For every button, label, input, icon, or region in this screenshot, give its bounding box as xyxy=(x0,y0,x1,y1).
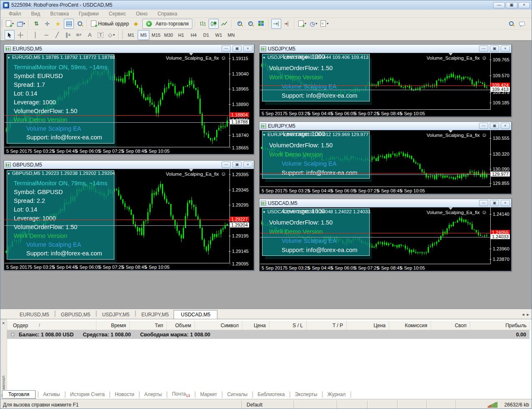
window-minimize-button[interactable]: — xyxy=(493,2,505,8)
column-header-6[interactable]: S / L xyxy=(270,321,307,330)
terminal-tab-3[interactable]: Новости xyxy=(111,391,138,397)
window-close-button[interactable]: × xyxy=(518,2,530,8)
chart-tab-usdcad[interactable]: USDCAD,M5 xyxy=(174,310,217,319)
smiley-icon[interactable]: ☺ xyxy=(482,132,487,138)
timeframe-mn[interactable]: MN xyxy=(225,30,237,40)
line-chart-button[interactable] xyxy=(219,19,229,29)
terminal-tab-10[interactable]: Журнал xyxy=(323,391,350,397)
collapse-arrow-icon[interactable]: ▼ xyxy=(262,56,266,60)
auto-scroll-button[interactable] xyxy=(271,19,281,29)
price-scale[interactable]: 1.191151.190401.189651.188901.188151.187… xyxy=(229,53,254,154)
column-header-10[interactable]: Своп xyxy=(431,321,470,330)
menu-item-2[interactable]: Вставка xyxy=(45,11,74,17)
trendline-tool[interactable]: ╱ xyxy=(52,30,62,40)
tile-windows-button[interactable] xyxy=(256,19,266,29)
horizontal-line-tool[interactable]: ─ xyxy=(41,30,51,40)
channel-tool[interactable]: ∥E xyxy=(63,30,73,40)
terminal-tab-4[interactable]: Алерты xyxy=(140,391,166,397)
price-scale[interactable]: 1.241401.239601.238701.240551.24033 xyxy=(490,207,511,271)
column-header-order[interactable]: Ордер/ xyxy=(7,321,96,330)
chart-close-button[interactable]: × xyxy=(243,162,252,168)
timeframe-h4[interactable]: H4 xyxy=(188,30,199,40)
smiley-icon[interactable]: ☺ xyxy=(482,209,487,215)
chart-window-titlebar[interactable]: USDJPY,M5—▣× xyxy=(260,45,511,53)
chart-tab-gbpusd[interactable]: GBPUSD,M5 xyxy=(56,311,96,319)
terminal-tab-1[interactable]: Активы xyxy=(39,391,64,397)
navigator-button[interactable]: ★ xyxy=(53,19,63,29)
smiley-icon[interactable]: ☺ xyxy=(482,55,487,61)
collapse-arrow-icon[interactable]: ▼ xyxy=(7,172,10,176)
templates-button[interactable]: ≈▾ xyxy=(319,19,330,29)
chart-restore-button[interactable]: ▣ xyxy=(490,45,499,52)
fibonacci-tool[interactable]: ≡F xyxy=(74,30,84,40)
terminal-tab-6[interactable]: Маркет xyxy=(196,391,222,397)
new-order-button[interactable]: + Новый ордер xyxy=(90,19,130,29)
text-tool[interactable]: A xyxy=(85,30,95,40)
label-tool[interactable]: T xyxy=(96,30,106,40)
column-header-4[interactable]: Символ xyxy=(195,321,242,330)
chart-window-titlebar[interactable]: USDCAD,M5—▣× xyxy=(260,199,511,207)
terminal-close-icon[interactable]: × xyxy=(2,321,5,326)
chart-area[interactable]: 109.765109.570109.375109.185109.424109.4… xyxy=(260,53,511,116)
status-profile[interactable]: Default xyxy=(247,402,262,408)
chart-area[interactable]: 130.555130.320130.090129.855129.9775 Sep… xyxy=(260,130,511,194)
window-restore-button[interactable]: ▣ xyxy=(506,2,517,8)
terminal-tab-trade[interactable]: Торговля xyxy=(2,390,35,399)
chart-restore-button[interactable]: ▣ xyxy=(232,162,242,168)
timeframe-m1[interactable]: M1 xyxy=(125,30,137,40)
candle-chart-button[interactable] xyxy=(209,19,219,29)
menu-item-5[interactable]: Окно xyxy=(131,11,153,17)
column-header-9[interactable]: Комиссия xyxy=(389,321,431,330)
column-header-3[interactable]: Объем xyxy=(167,321,195,330)
chart-tab-usdjpy[interactable]: USDJPY,M5 xyxy=(97,311,135,319)
menu-item-6[interactable]: Справка xyxy=(153,11,182,17)
auto-trading-button[interactable]: Авто-торговля xyxy=(142,19,192,29)
menu-item-4[interactable]: Сервис xyxy=(104,11,131,17)
new-chart-button[interactable]: +▾ xyxy=(5,19,15,29)
terminal-tab-5[interactable]: Почта13 xyxy=(168,391,194,398)
chart-restore-button[interactable]: ▣ xyxy=(490,200,499,206)
tab-scroll-left-button[interactable]: ◂ xyxy=(522,312,524,317)
smiley-icon[interactable]: ☺ xyxy=(221,55,226,61)
chart-close-button[interactable]: × xyxy=(501,200,510,206)
chart-close-button[interactable]: × xyxy=(501,45,510,52)
search-button[interactable] xyxy=(506,19,516,29)
timeframe-d1[interactable]: D1 xyxy=(200,30,212,40)
collapse-arrow-icon[interactable]: ▼ xyxy=(262,210,266,214)
chart-window-titlebar[interactable]: GBPUSD,M5—▣× xyxy=(4,161,254,169)
tab-scroll-right-button[interactable]: ▸ xyxy=(527,312,529,317)
timeframe-m30[interactable]: M30 xyxy=(163,30,174,40)
profiles-button[interactable]: ▾ xyxy=(16,19,26,29)
price-scale[interactable]: 1.293951.293451.292951.292451.291951.291… xyxy=(229,169,254,270)
timeframe-m15[interactable]: M15 xyxy=(150,30,162,40)
chat-button[interactable] xyxy=(517,19,527,29)
column-header-8[interactable]: Цена xyxy=(347,321,389,330)
zoom-in-button[interactable]: + xyxy=(234,19,245,29)
collapse-arrow-icon[interactable]: ▼ xyxy=(262,133,266,137)
chart-minimize-button[interactable]: — xyxy=(479,45,488,52)
menu-item-1[interactable]: Вид xyxy=(26,11,45,17)
metaeditor-button[interactable]: ◆ xyxy=(131,19,141,29)
shapes-tool[interactable]: ◇▾ xyxy=(106,30,116,40)
chart-minimize-button[interactable]: — xyxy=(479,123,488,129)
time-axis[interactable]: 5 Sep 20175 Sep 03:255 Sep 04:455 Sep 06… xyxy=(260,109,491,116)
time-axis[interactable]: 5 Sep 20175 Sep 03:255 Sep 04:455 Sep 06… xyxy=(5,147,230,154)
bar-chart-button[interactable] xyxy=(198,19,208,29)
strategy-tester-button[interactable] xyxy=(75,19,85,29)
chart-restore-button[interactable]: ▣ xyxy=(490,123,499,129)
chart-area[interactable]: 1.293951.293451.292951.292451.291951.291… xyxy=(4,169,254,270)
smiley-icon[interactable]: ☺ xyxy=(221,171,226,177)
chart-window-titlebar[interactable]: EURJPY,M5—▣× xyxy=(260,122,511,130)
terminal-tab-9[interactable]: Эксперты xyxy=(291,391,322,397)
chart-shift-button[interactable] xyxy=(282,19,292,29)
market-watch-button[interactable]: ⇅ xyxy=(31,19,41,29)
column-header-2[interactable]: Тип xyxy=(130,321,167,330)
timeframe-m5[interactable]: M5 xyxy=(138,30,149,40)
terminal-button[interactable] xyxy=(64,19,74,29)
periods-button[interactable]: ◷▾ xyxy=(308,19,318,29)
crosshair-tool-button[interactable] xyxy=(15,30,25,40)
column-header-11[interactable]: Прибыль xyxy=(470,321,530,330)
terminal-tab-2[interactable]: История Счета xyxy=(66,391,109,397)
chart-minimize-button[interactable]: — xyxy=(222,162,231,168)
chart-area[interactable]: 1.191151.190401.189651.188901.188151.187… xyxy=(4,53,254,154)
